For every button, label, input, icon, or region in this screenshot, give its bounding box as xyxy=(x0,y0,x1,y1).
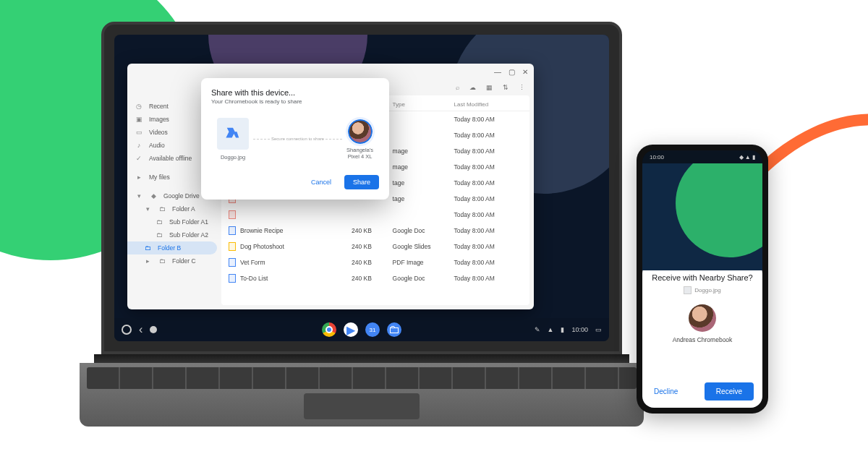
pen-icon[interactable]: ✎ xyxy=(535,326,540,333)
calendar-app-icon[interactable]: 31 xyxy=(365,322,380,337)
table-row[interactable]: Brownie Recipe240 KBGoogle DocToday 8:00… xyxy=(221,223,529,239)
launcher-icon[interactable] xyxy=(122,325,132,335)
sidebar-item-subfolder-a1[interactable]: 🗀Sub Folder A1 xyxy=(127,215,221,228)
close-icon[interactable]: ✕ xyxy=(522,68,528,76)
folder-icon: 🗀 xyxy=(155,218,163,226)
chevron-down-icon: ▾ xyxy=(135,192,143,200)
chrome-app-icon[interactable] xyxy=(322,322,336,337)
file-name: Dog Photoshoot xyxy=(240,243,284,250)
more-icon[interactable]: ⋮ xyxy=(519,84,525,91)
sidebar-label: Audio xyxy=(149,142,165,149)
chevron-down-icon: ▾ xyxy=(143,205,152,213)
file-type-icon xyxy=(229,226,236,235)
overview-icon[interactable] xyxy=(150,326,157,333)
file-name: To-Do List xyxy=(240,275,268,282)
col-modified-header[interactable]: Last Modified xyxy=(454,101,522,108)
maximize-icon[interactable]: ▢ xyxy=(509,68,515,76)
sidebar-item-folder-b[interactable]: 🗀Folder B xyxy=(127,241,217,254)
trackpad xyxy=(304,393,420,419)
share-dialog: Share with this device... Your Chromeboo… xyxy=(201,78,389,200)
sidebar-label: Folder B xyxy=(158,244,181,252)
incoming-file-label: Doggo.jpg xyxy=(651,286,754,294)
folder-icon: 🗀 xyxy=(158,257,166,265)
receive-button[interactable]: Receive xyxy=(705,382,754,401)
chromeos-shelf: ‹ ▶ 31 🗀 ✎ ▲ ▮ 10:00 ▭ xyxy=(114,318,609,341)
offline-icon: ✓ xyxy=(135,155,143,162)
file-type: tage xyxy=(393,179,454,187)
file-modified: Today 8:00 AM xyxy=(454,243,522,250)
file-type: Google Doc xyxy=(393,275,454,282)
file-thumbnail xyxy=(217,118,249,150)
phone-status-icons: ◆ ▲ ▮ xyxy=(739,154,755,160)
minimize-icon[interactable]: — xyxy=(494,68,501,76)
file-size: 240 KB xyxy=(352,227,393,234)
file-size: 240 KB xyxy=(352,275,393,282)
dialog-file-preview: Doggo.jpg xyxy=(217,118,249,160)
file-type: Google Doc xyxy=(393,227,454,234)
play-store-icon[interactable]: ▶ xyxy=(344,322,358,337)
sidebar-item-folder-c[interactable]: ▸🗀Folder C xyxy=(127,254,221,267)
grid-view-icon[interactable]: ▦ xyxy=(486,84,493,91)
sender-avatar xyxy=(689,304,716,332)
file-modified: Today 8:00 AM xyxy=(454,116,522,123)
device-name-label: Shangela'sPixel 4 XL xyxy=(346,147,373,160)
table-row[interactable]: Dog Photoshoot240 KBGoogle SlidesToday 8… xyxy=(221,239,529,254)
chevron-right-icon: ▸ xyxy=(135,174,143,181)
transfer-arrow: Secure connection to share xyxy=(253,139,342,140)
file-name-label: Doggo.jpg xyxy=(221,154,245,160)
sidebar-label: Sub Folder A1 xyxy=(169,218,208,226)
file-modified: Today 8:00 AM xyxy=(454,132,522,139)
sidebar-item-folder-a[interactable]: ▾🗀Folder A xyxy=(127,202,221,215)
drive-icon: ◆ xyxy=(149,192,158,200)
sheet-title: Receive with Nearby Share? xyxy=(651,273,754,282)
sidebar-label: Google Drive xyxy=(163,192,200,200)
file-type: Google Slides xyxy=(393,243,454,250)
search-icon[interactable]: ⌕ xyxy=(456,84,459,91)
folder-icon: 🗀 xyxy=(155,231,163,239)
table-row[interactable]: Vet Form240 KBPDF ImageToday 8:00 AM xyxy=(221,254,529,270)
file-modified: Today 8:00 AM xyxy=(454,259,522,266)
share-button[interactable]: Share xyxy=(344,175,379,189)
sidebar-label: Folder C xyxy=(172,257,196,265)
sort-icon[interactable]: ⇅ xyxy=(503,84,509,91)
file-type: tage xyxy=(393,195,454,202)
file-size: 240 KB xyxy=(352,259,393,266)
cloud-off-icon[interactable]: ☁ xyxy=(469,84,476,91)
file-name: Brownie Recipe xyxy=(240,227,284,234)
clock[interactable]: 10:00 xyxy=(571,326,588,333)
back-icon[interactable]: ‹ xyxy=(139,323,142,336)
file-type-icon xyxy=(229,274,236,283)
file-type-icon xyxy=(229,258,236,267)
battery-icon[interactable]: ▮ xyxy=(561,326,564,333)
phone-device: 10:00 ◆ ▲ ▮ Receive with Nearby Share? D… xyxy=(637,145,768,414)
sidebar-label: My files xyxy=(149,174,170,181)
dialog-target-device[interactable]: Shangela'sPixel 4 XL xyxy=(346,119,373,160)
file-type-icon xyxy=(229,242,236,251)
file-type: PDF Image xyxy=(393,259,454,266)
sidebar-item-subfolder-a2[interactable]: 🗀Sub Folder A2 xyxy=(127,228,221,241)
decline-button[interactable]: Decline xyxy=(651,383,681,400)
cast-icon[interactable]: ▭ xyxy=(595,326,602,333)
avatar xyxy=(348,119,373,144)
files-app-icon[interactable]: 🗀 xyxy=(387,322,401,337)
col-type-header[interactable]: Type xyxy=(393,101,454,108)
file-modified: Today 8:00 AM xyxy=(454,211,522,218)
chevron-right-icon: ▸ xyxy=(143,257,152,265)
sidebar-label: Images xyxy=(149,116,169,123)
table-row[interactable]: Today 8:00 AM xyxy=(221,207,529,223)
wifi-icon[interactable]: ▲ xyxy=(548,326,554,333)
nearby-share-sheet: Receive with Nearby Share? Doggo.jpg And… xyxy=(642,263,762,408)
sidebar-label: Videos xyxy=(149,129,168,136)
table-row[interactable]: To-Do List240 KBGoogle DocToday 8:00 AM xyxy=(221,270,529,286)
laptop-screen: — ▢ ✕ ⌕ ☁ ▦ ⇅ ⋮ ◷Recent ▣Images ▭Videos … xyxy=(114,35,609,341)
file-modified: Today 8:00 AM xyxy=(454,275,522,282)
phone-clock: 10:00 xyxy=(650,154,664,160)
laptop-keyboard xyxy=(80,363,644,427)
file-size: 240 KB xyxy=(352,243,393,250)
file-type-icon xyxy=(229,210,236,219)
folder-icon: 🗀 xyxy=(143,244,152,252)
video-icon: ▭ xyxy=(135,129,143,136)
clock-icon: ◷ xyxy=(135,103,143,110)
file-modified: Today 8:00 AM xyxy=(454,163,522,171)
cancel-button[interactable]: Cancel xyxy=(302,175,340,189)
